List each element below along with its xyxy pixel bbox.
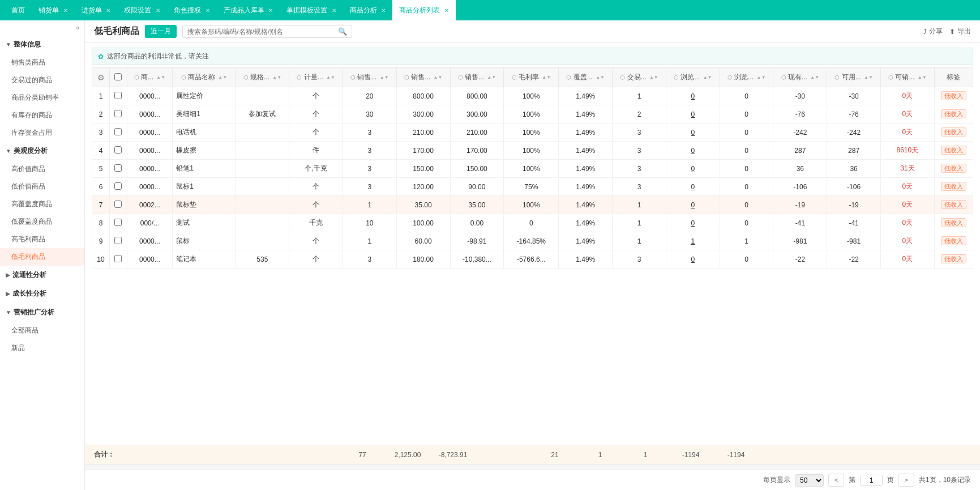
table-cell: 低收入 (934, 214, 973, 232)
sidebar-item-new-goods[interactable]: 新品 (0, 339, 84, 357)
browse1-link[interactable]: 0 (691, 147, 695, 155)
saleable-days: 0天 (902, 237, 913, 245)
browse1-link[interactable]: 0 (691, 219, 695, 227)
nav-item-purchase[interactable]: 进货单 ✕ (75, 0, 118, 20)
sidebar-item-low-coverage[interactable]: 低覆盖度商品 (0, 213, 84, 231)
col-saleable[interactable]: ⬡ 可销... ▲▼ (880, 68, 934, 87)
browse1-link[interactable]: 0 (691, 183, 695, 191)
browse1-link[interactable]: 0 (691, 129, 695, 137)
sidebar-item-high-coverage[interactable]: 高覆盖度商品 (0, 195, 84, 213)
nav-close-permission[interactable]: ✕ (156, 7, 160, 14)
table-cell: 170.00 (396, 142, 450, 160)
row-checkbox-6[interactable] (114, 201, 122, 208)
row-checkbox-1[interactable] (114, 110, 122, 117)
col-browse1[interactable]: ⬡ 浏览... ▲▼ (666, 68, 720, 87)
row-checkbox-4[interactable] (114, 164, 122, 172)
export-button[interactable]: ⬆ 导出 (949, 27, 971, 36)
sidebar-item-high-profit[interactable]: 高毛利商品 (0, 231, 84, 248)
table-cell (236, 196, 289, 214)
share-button[interactable]: ⤴ 分享 (923, 27, 943, 36)
nav-item-product-entry[interactable]: 产成品入库单 ✕ (217, 0, 280, 20)
page-size-select[interactable]: 50 100 200 (795, 474, 824, 487)
table-row: 90000...鼠标个160.00-98.91-164.85%1.49%111-… (92, 232, 973, 250)
sidebar-item-sales-goods[interactable]: 销售类商品 (0, 54, 84, 71)
sidebar-section-title-overview[interactable]: ▼ 整体信息 (0, 35, 84, 54)
saleable-days: 0天 (902, 128, 913, 136)
sidebar-item-category-rate[interactable]: 商品分类助销率 (0, 89, 84, 106)
col-available[interactable]: ⬡ 可用... ▲▼ (827, 68, 881, 87)
next-page-button[interactable]: ＞ (898, 474, 914, 487)
nav-close-goods-analysis-list[interactable]: ✕ (444, 7, 449, 14)
sidebar-item-low-value[interactable]: 低价值商品 (0, 178, 84, 195)
col-gross-rate[interactable]: ⬡ 毛利率 ▲▼ (504, 68, 559, 87)
col-browse2[interactable]: ⬡ 浏览... ▲▼ (720, 68, 773, 87)
nav-item-template[interactable]: 单据模板设置 ✕ (280, 0, 343, 20)
col-sales-price[interactable]: ⬡ 销售... ▲▼ (396, 68, 450, 87)
col-spec[interactable]: ⬡ 规格... ▲▼ (236, 68, 289, 87)
row-checkbox-9[interactable] (114, 255, 122, 262)
time-filter-button[interactable]: 近一月 (145, 25, 177, 38)
row-checkbox-8[interactable] (114, 237, 122, 244)
browse1-link[interactable]: 0 (691, 165, 695, 173)
sidebar-item-high-value[interactable]: 高价值商品 (0, 160, 84, 178)
sidebar-item-stock-goods[interactable]: 有库存的商品 (0, 106, 84, 124)
sidebar-section-title-growth[interactable]: ▶ 成长性分析 (0, 284, 84, 303)
nav-item-goods-analysis[interactable]: 商品分析 ✕ (343, 0, 393, 20)
nav-item-home[interactable]: 首页 (5, 0, 32, 20)
row-checkbox-0[interactable] (114, 92, 122, 99)
browse1-link[interactable]: 0 (691, 255, 695, 263)
nav-close-product-entry[interactable]: ✕ (268, 7, 273, 14)
col-sales-amount[interactable]: ⬡ 销售... ▲▼ (450, 68, 504, 87)
col-current[interactable]: ⬡ 现有... ▲▼ (773, 68, 827, 87)
search-icon[interactable]: 🔍 (338, 27, 347, 36)
col-sales-count[interactable]: ⬡ 销售... ▲▼ (343, 68, 396, 87)
col-name[interactable]: ⬡ 商品名称 ▲▼ (173, 68, 236, 87)
col-checkbox[interactable] (110, 68, 127, 87)
table-cell: 0 (720, 105, 773, 123)
browse1-link[interactable]: 0 (691, 92, 695, 100)
sidebar-item-stock-capital[interactable]: 库存资金占用 (0, 124, 84, 142)
sidebar-item-low-profit[interactable]: 低毛利商品 (0, 248, 84, 266)
sidebar-section-title-marketing[interactable]: ▼ 营销推广分析 (0, 303, 84, 322)
sidebar-item-all-goods[interactable]: 全部商品 (0, 322, 84, 339)
select-all-checkbox[interactable] (114, 73, 122, 80)
row-checkbox-3[interactable] (114, 146, 122, 154)
col-settings[interactable]: ⚙ (92, 68, 110, 87)
sidebar-section-title-flow[interactable]: ▶ 流通性分析 (0, 266, 84, 284)
sidebar-section-title-beauty[interactable]: ▼ 美观度分析 (0, 142, 84, 160)
nav-close-goods-analysis[interactable]: ✕ (381, 7, 386, 14)
search-input[interactable] (187, 28, 338, 36)
nav-item-goods-analysis-list[interactable]: 商品分析列表 ✕ (392, 0, 456, 20)
browse1-link[interactable]: 0 (691, 110, 695, 118)
row-checkbox-2[interactable] (114, 128, 122, 135)
page-number-input[interactable] (860, 475, 883, 486)
nav-close-role[interactable]: ✕ (206, 7, 210, 14)
gear-icon[interactable]: ⚙ (97, 73, 105, 82)
row-checkbox-5[interactable] (114, 182, 122, 190)
row-checkbox-7[interactable] (114, 219, 122, 226)
sort-icon-spec: ⬡ (243, 74, 249, 80)
sidebar-collapse-btn[interactable]: « (0, 20, 84, 35)
browse1-link[interactable]: 1 (691, 237, 695, 245)
col-tag[interactable]: 标签 (934, 68, 973, 87)
col-code[interactable]: ⬡ 商... ▲▼ (127, 68, 173, 87)
nav-close-sales[interactable]: ✕ (63, 7, 68, 14)
horizontal-scroll[interactable] (85, 464, 980, 470)
browse1-link[interactable]: 0 (691, 201, 695, 209)
nav-close-template[interactable]: ✕ (332, 7, 336, 14)
row-num: 3 (92, 123, 110, 142)
nav-item-role[interactable]: 角色授权 ✕ (167, 0, 217, 20)
table-cell: 属性定价 (173, 87, 236, 105)
saleable-days: 0天 (902, 255, 913, 263)
nav-item-permission[interactable]: 权限设置 ✕ (117, 0, 167, 20)
prev-page-button[interactable]: ＜ (828, 474, 844, 487)
sidebar-item-traded-goods[interactable]: 交易过的商品 (0, 71, 84, 89)
nav-close-purchase[interactable]: ✕ (106, 7, 110, 14)
col-unit[interactable]: ⬡ 计量... ▲▼ (289, 68, 343, 87)
col-trade[interactable]: ⬡ 交易... ▲▼ (613, 68, 666, 87)
col-coverage[interactable]: ⬡ 覆盖... ▲▼ (559, 68, 613, 87)
nav-item-sales[interactable]: 销货单 ✕ (32, 0, 75, 20)
table-cell: 0 (720, 142, 773, 160)
search-box: 🔍 (182, 25, 352, 38)
table-cell: 鼠标1 (173, 178, 236, 196)
